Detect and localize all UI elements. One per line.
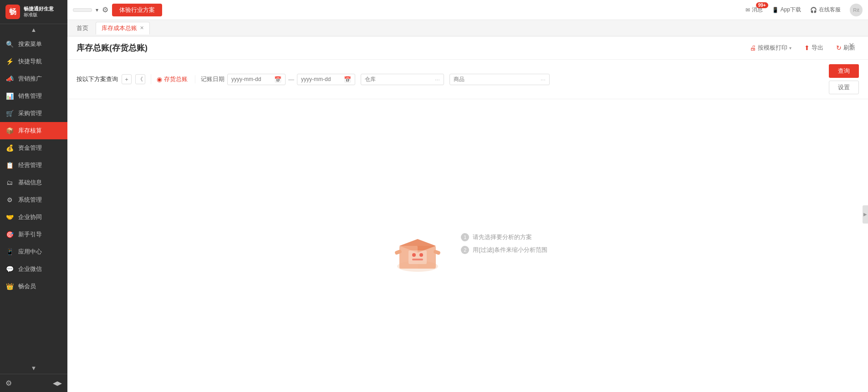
sidebar-item-sales[interactable]: 📊 销售管理 (0, 87, 67, 105)
sidebar-item-vip[interactable]: 👑 畅会员 (0, 278, 67, 295)
sidebar-item-finance[interactable]: 💰 资金管理 (0, 139, 67, 157)
sidebar-item-quick-nav[interactable]: ⚡ 快捷导航 (0, 53, 67, 70)
settings-footer-icon[interactable]: ⚙ (5, 379, 12, 387)
app-download-btn[interactable]: 📱 App下载 (772, 6, 801, 14)
warehouse-select-wrap: ··· (361, 74, 444, 85)
tip-item-2: 2 用[过滤]条件来缩小分析范围 (461, 246, 547, 254)
tab-home[interactable]: 首页 (71, 22, 94, 35)
tip-text-2: 用[过滤]条件来缩小分析范围 (473, 246, 547, 254)
settings-btn[interactable]: 设置 (829, 81, 859, 94)
sidebar-item-basic-info[interactable]: 🗂 基础信息 (0, 174, 67, 191)
print-label: 按模板打印 (758, 44, 787, 52)
breadcrumb-dropdown[interactable] (73, 8, 92, 12)
calendar-to-icon[interactable]: 📅 (344, 76, 351, 83)
date-separator: — (288, 76, 294, 83)
sidebar-item-inventory[interactable]: 📦 库存核算 (0, 122, 67, 139)
filter-collapse-btn[interactable]: 《 (135, 74, 145, 84)
sidebar-item-label: 采购管理 (18, 109, 42, 117)
print-btn[interactable]: 🖨 按模板打印 ▾ (746, 42, 795, 54)
warehouse-input[interactable] (365, 76, 433, 82)
sidebar-logo: 畅 畅捷通好生意 标准版 (0, 0, 67, 24)
product-input[interactable] (454, 76, 539, 82)
sales-icon: 📊 (5, 92, 14, 100)
sidebar-nav: 🔍 搜索菜单 ⚡ 快捷导航 📣 营销推广 📊 销售管理 🛒 采购管理 📦 库存核… (0, 36, 67, 362)
system-icon: ⚙ (5, 196, 14, 204)
warehouse-filter: ··· (361, 74, 444, 85)
message-btn[interactable]: ✉ 消息 99+ (745, 6, 763, 14)
enterprise-wechat-icon: 💬 (5, 265, 14, 273)
product-filter: ··· (449, 74, 550, 85)
sidebar-scroll-up[interactable]: ▲ (0, 24, 67, 36)
tip-num-2: 2 (461, 246, 469, 254)
tab-inventory-cost[interactable]: 库存成本总账 ✕ (96, 22, 150, 35)
industry-btn[interactable]: 体验行业方案 (112, 4, 162, 16)
vip-icon: 👑 (5, 283, 14, 290)
sidebar-item-label: 资金管理 (18, 144, 42, 152)
page-content: 库存总账(存货总账) 🖨 按模板打印 ▾ ⬆ 导出 ↻ 刷新 (67, 36, 868, 392)
sidebar-item-label: 畅会员 (18, 282, 36, 290)
sidebar-item-label: 经营管理 (18, 161, 42, 169)
sidebar-item-label: 库存核算 (18, 127, 42, 135)
sidebar-item-operations[interactable]: 📋 经营管理 (0, 157, 67, 174)
sidebar-item-label: 系统管理 (18, 196, 42, 204)
product-select-wrap: ··· (449, 74, 550, 85)
sidebar: 畅 畅捷通好生意 标准版 ▲ 🔍 搜索菜单 ⚡ 快捷导航 📣 营销推广 📊 销售… (0, 0, 67, 392)
empty-illustration (388, 216, 447, 275)
panel-close-btn[interactable]: ✕ (848, 41, 854, 50)
sidebar-item-enterprise[interactable]: 🤝 企业协同 (0, 209, 67, 226)
marketing-icon: 📣 (5, 75, 14, 82)
print-dropdown-icon[interactable]: ▾ (789, 46, 791, 51)
date-to-input[interactable] (301, 76, 342, 82)
warehouse-more-icon[interactable]: ··· (435, 76, 440, 83)
sidebar-item-label: 基础信息 (18, 178, 42, 187)
empty-tips: 1 请先选择要分析的方案 2 用[过滤]条件来缩小分析范围 (461, 233, 547, 259)
sidebar-item-label: 应用中心 (18, 248, 42, 256)
empty-state: 1 请先选择要分析的方案 2 用[过滤]条件来缩小分析范围 (67, 99, 868, 392)
date-from-input[interactable] (231, 76, 272, 82)
calendar-from-icon[interactable]: 📅 (274, 76, 281, 83)
export-icon: ⬆ (804, 44, 810, 51)
phone-icon: 📱 (772, 7, 779, 13)
scheme-filter-label: 按以下方案查询 (77, 75, 118, 83)
dropdown-arrow-icon[interactable]: ▾ (96, 7, 98, 13)
sidebar-item-label: 企业微信 (18, 265, 42, 273)
sidebar-item-system[interactable]: ⚙ 系统管理 (0, 191, 67, 209)
sidebar-item-enterprise-wechat[interactable]: 💬 企业微信 (0, 260, 67, 278)
scheme-item-icon: ◉ (157, 76, 162, 83)
sidebar-item-label: 企业协同 (18, 213, 42, 221)
topbar: ▾ ⚙ 体验行业方案 ✉ 消息 99+ 📱 App下载 🎧 在线客服 Rit (67, 0, 868, 20)
avatar[interactable]: Rit (850, 4, 863, 16)
collapse-footer-icon[interactable]: ◀▶ (53, 380, 62, 387)
sidebar-item-new-guide[interactable]: 🎯 新手引导 (0, 226, 67, 243)
tab-inventory-cost-label: 库存成本总账 (102, 24, 137, 32)
tab-close-icon[interactable]: ✕ (140, 25, 144, 31)
sidebar-item-app-center[interactable]: 📱 应用中心 (0, 243, 67, 260)
main-content: ▾ ⚙ 体验行业方案 ✉ 消息 99+ 📱 App下载 🎧 在线客服 Rit 首… (67, 0, 868, 392)
export-btn[interactable]: ⬆ 导出 (801, 42, 827, 54)
page-title: 库存总账(存货总账) (77, 42, 148, 53)
basic-info-icon: 🗂 (5, 179, 14, 186)
sidebar-scroll-down[interactable]: ▼ (0, 362, 67, 374)
purchase-icon: 🛒 (5, 110, 14, 117)
filter-bar: 按以下方案查询 ＋ 《 ◉ 存货总账 记账日期 📅 — 📅 (67, 60, 868, 99)
quick-nav-icon: ⚡ (5, 58, 14, 65)
product-more-icon[interactable]: ··· (541, 76, 546, 83)
app-center-icon: 📱 (5, 248, 14, 255)
refresh-btn[interactable]: ↻ 刷新 (832, 42, 859, 54)
online-service-btn[interactable]: 🎧 在线客服 (810, 6, 841, 14)
finance-icon: 💰 (5, 144, 14, 152)
operations-icon: 📋 (5, 162, 14, 169)
scheme-item-label[interactable]: 存货总账 (164, 75, 188, 83)
empty-svg (388, 216, 447, 275)
enterprise-icon: 🤝 (5, 214, 14, 221)
topbar-gear-icon[interactable]: ⚙ (102, 5, 108, 14)
filter-actions: 查询 设置 (829, 64, 859, 94)
tip-text-1: 请先选择要分析的方案 (473, 233, 532, 241)
filter-add-btn[interactable]: ＋ (122, 74, 132, 84)
query-btn[interactable]: 查询 (829, 64, 859, 78)
right-edge-tab[interactable]: ▶ (863, 205, 868, 224)
sidebar-item-purchase[interactable]: 🛒 采购管理 (0, 105, 67, 122)
tabbar: 首页 库存成本总账 ✕ (67, 20, 868, 36)
sidebar-item-marketing[interactable]: 📣 营销推广 (0, 70, 67, 87)
sidebar-item-search[interactable]: 🔍 搜索菜单 (0, 36, 67, 53)
